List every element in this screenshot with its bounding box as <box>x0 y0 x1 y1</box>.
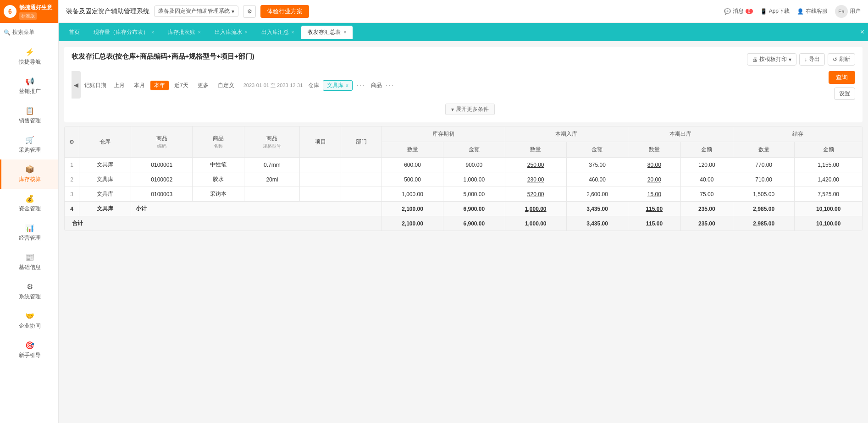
expand-more-button[interactable]: ▾ 展开更多条件 <box>445 104 495 115</box>
subtotal-out-qty[interactable]: 115.00 <box>628 202 680 216</box>
date-range-display: 2023-01-01 至 2023-12-31 <box>243 82 303 89</box>
export-button[interactable]: ↓ 导出 <box>799 53 825 66</box>
app-edition: 标准版 <box>19 12 37 20</box>
row-open-amount: 1,000.00 <box>443 172 505 187</box>
topbar-settings-button[interactable]: ⚙ <box>243 5 256 18</box>
date-btn-more[interactable]: 更多 <box>194 81 212 90</box>
col-sub-out-amount: 金额 <box>680 142 733 158</box>
tab-label: 出入库汇总 <box>261 28 289 36</box>
row-out-amount: 75.00 <box>680 187 733 202</box>
expand-icon: ▾ <box>451 106 454 113</box>
row-warehouse: 文具库 <box>79 158 131 172</box>
refresh-icon: ↺ <box>833 56 837 63</box>
tab-batch[interactable]: 库存批次账 × <box>161 26 207 39</box>
print-label: 按模板打印 <box>759 55 787 63</box>
subtotal-in-qty[interactable]: 1,000.00 <box>505 202 566 216</box>
tab-label: 收发存汇总表 <box>308 28 341 36</box>
warehouse-dots[interactable]: ··· <box>356 82 365 90</box>
sidebar-item-marketing[interactable]: 📢 营销推广 <box>0 71 58 101</box>
filter-collapse-button[interactable]: ◀ <box>72 71 81 99</box>
tab-receive-summary[interactable]: 收发存汇总表 × <box>301 26 353 39</box>
row-bal-amount: 1,155.00 <box>795 158 862 172</box>
sidebar-item-label: 快捷导航 <box>19 58 41 66</box>
sidebar-item-purchase[interactable]: 🛒 采购管理 <box>0 130 58 159</box>
search-menu-button[interactable]: 🔍 搜索菜单 <box>4 27 55 38</box>
row-out-qty[interactable]: 15.00 <box>628 187 680 202</box>
table-row: 2 文具库 0100002 胶水 20ml 500.00 1,000.00 23… <box>65 172 862 187</box>
messages-button[interactable]: 💬 消息 6 <box>724 7 753 15</box>
total-open-qty: 2,100.00 <box>381 216 443 231</box>
sidebar-item-inventory[interactable]: 📦 库存核算 <box>0 159 58 189</box>
sidebar-item-guide[interactable]: 🎯 新手引导 <box>0 335 58 365</box>
warehouse-remove-icon[interactable]: × <box>345 82 348 89</box>
tab-flow[interactable]: 出入库流水 × <box>208 26 254 39</box>
col-header-opening: 库存期初 <box>381 126 505 142</box>
query-button[interactable]: 查询 <box>829 71 855 84</box>
sidebar-item-cooperation[interactable]: 🤝 企业协同 <box>0 306 58 335</box>
data-table: ⚙ 仓库 商品编码 商品名称 商品规格型号 项目 部门 库存期初 本期入库 本期… <box>64 126 862 231</box>
sidebar-item-quicknav[interactable]: ⚡ 快捷导航 <box>0 42 58 71</box>
refresh-label: 刷新 <box>839 55 850 63</box>
subtotal-index: 4 <box>65 202 79 216</box>
topbar-right: 💬 消息 6 📱 App下载 👤 在线客服 Ea 用户 <box>724 5 861 18</box>
tab-close-icon[interactable]: × <box>151 30 154 35</box>
settings-small-button[interactable]: 设置 <box>834 88 855 100</box>
row-open-amount: 5,000.00 <box>443 187 505 202</box>
refresh-button[interactable]: ↺ 刷新 <box>828 53 855 66</box>
sidebar-item-finance[interactable]: 💰 资金管理 <box>0 189 58 218</box>
tab-close-icon[interactable]: × <box>245 30 248 35</box>
tab-home[interactable]: 首页 <box>62 26 86 39</box>
tab-summary[interactable]: 出入库汇总 × <box>255 26 301 39</box>
date-btn-7days[interactable]: 近7天 <box>171 81 192 90</box>
row-in-qty[interactable]: 230.00 <box>505 172 566 187</box>
row-warehouse: 文具库 <box>79 172 131 187</box>
row-out-qty[interactable]: 80.00 <box>628 158 680 172</box>
system-icon: ⚙ <box>27 282 33 291</box>
date-btn-custom[interactable]: 自定义 <box>214 81 238 90</box>
goods-dots[interactable]: ··· <box>386 82 394 90</box>
table-settings-icon[interactable]: ⚙ <box>65 126 79 158</box>
sidebar-item-sales[interactable]: 📋 销售管理 <box>0 101 58 130</box>
tab-label: 现存量（库存分布表） <box>94 28 149 36</box>
date-btn-last-month[interactable]: 上月 <box>110 81 128 90</box>
sidebar-item-basic[interactable]: 📰 基础信息 <box>0 247 58 277</box>
tabbar-close-all[interactable]: × <box>860 28 864 36</box>
page-title: 收发存汇总表(按仓库+商品编码+商品+规格型号+项目+部门) <box>72 52 254 61</box>
system-dropdown[interactable]: 装备及固定资产辅助管理系统 ▾ <box>154 5 238 17</box>
tab-close-icon[interactable]: × <box>198 30 201 35</box>
tab-close-icon[interactable]: × <box>343 30 346 35</box>
sidebar-item-label: 销售管理 <box>19 117 41 125</box>
row-out-qty[interactable]: 20.00 <box>628 172 680 187</box>
trial-button[interactable]: 体验行业方案 <box>260 5 309 18</box>
warehouse-value: 文具库 <box>327 82 343 89</box>
tab-close-icon[interactable]: × <box>292 30 294 35</box>
date-btn-this-month[interactable]: 本月 <box>130 81 149 90</box>
marketing-icon: 📢 <box>25 77 34 86</box>
user-button[interactable]: Ea 用户 <box>835 5 861 18</box>
col-sub-in-amount: 金额 <box>566 142 628 158</box>
system-title: 装备及固定资产辅助管理系统 <box>66 7 149 16</box>
online-service-label: 在线客服 <box>806 7 828 15</box>
sidebar-item-business[interactable]: 📊 经营管理 <box>0 218 58 247</box>
sidebar-item-label: 库存核算 <box>19 176 41 183</box>
row-in-qty[interactable]: 250.00 <box>505 158 566 172</box>
online-service-button[interactable]: 👤 在线客服 <box>797 7 828 15</box>
total-open-amount: 6,900.00 <box>443 216 505 231</box>
tab-inventory-dist[interactable]: 现存量（库存分布表） × <box>87 26 160 39</box>
subtotal-label: 小计 <box>131 202 382 216</box>
topbar-left: 装备及固定资产辅助管理系统 装备及固定资产辅助管理系统 ▾ ⚙ 体验行业方案 <box>66 5 309 18</box>
sidebar-item-system[interactable]: ⚙ 系统管理 <box>0 277 58 306</box>
goods-label: 商品 <box>371 82 382 89</box>
print-button[interactable]: 🖨 按模板打印 ▾ <box>747 53 796 66</box>
export-icon: ↓ <box>804 56 807 63</box>
col-sub-open-qty: 数量 <box>381 142 443 158</box>
row-in-amount: 375.00 <box>566 158 628 172</box>
warehouse-tag[interactable]: 文具库 × <box>323 80 353 91</box>
sidebar-search-area: 🔍 搜索菜单 <box>0 23 58 42</box>
date-btn-this-year[interactable]: 本年 <box>150 81 169 90</box>
row-in-qty[interactable]: 520.00 <box>505 187 566 202</box>
row-open-qty: 1,000.00 <box>381 187 443 202</box>
col-sub-out-qty: 数量 <box>628 142 680 158</box>
app-download-button[interactable]: 📱 App下载 <box>760 7 790 15</box>
row-bal-amount: 7,525.00 <box>795 187 862 202</box>
